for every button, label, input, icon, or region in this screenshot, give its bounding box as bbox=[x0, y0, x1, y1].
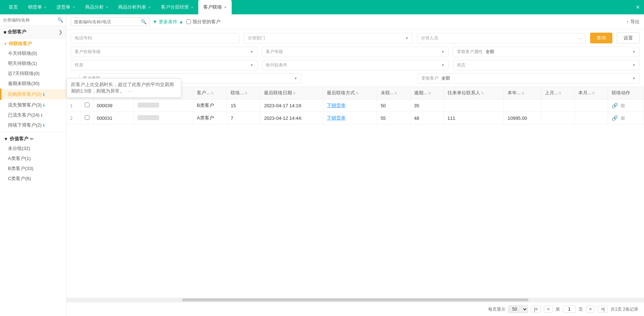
row2-last-method[interactable]: 下销货单 bbox=[323, 112, 377, 124]
sidebar-all-customers[interactable]: ■ 全部客户 ❯ bbox=[0, 26, 66, 38]
status-field[interactable]: 状态 ▼ bbox=[453, 60, 640, 70]
main-search-box[interactable]: 🔍 bbox=[71, 17, 150, 26]
nav-sales-order[interactable]: 销货单 × bbox=[23, 0, 51, 14]
sort-unit-icon[interactable]: ⇅ bbox=[481, 91, 484, 95]
more-conditions-btn[interactable]: ▼ 更多条件 ▲ bbox=[153, 19, 184, 25]
retail-attr-field[interactable]: 零散客户属性 全部 ▼ bbox=[453, 47, 640, 57]
my-customer-check[interactable] bbox=[186, 19, 191, 24]
row2-link-icon[interactable]: 🔗 bbox=[612, 115, 618, 121]
window-close-button[interactable]: × bbox=[636, 4, 640, 11]
next-page-btn[interactable]: > bbox=[586, 306, 595, 313]
my-customer-checkbox[interactable]: 我分管的客户 bbox=[186, 19, 221, 25]
sidebar-item-repurchase-abnormal[interactable]: 回购异常客户(2) ℹ bbox=[1, 89, 66, 99]
row1-unit-contacts bbox=[444, 99, 504, 112]
close-sales-order[interactable]: × bbox=[44, 5, 46, 9]
col-last-contact-method: 最后联络方式⇅ bbox=[323, 87, 377, 99]
sidebar-wrapper: 🔍 ■ 全部客户 ❯ ▼ 待联络客户 今天待联络(0) 明天待联络(1) 近7天… bbox=[0, 14, 66, 316]
person-field[interactable]: 分管人员 ··· bbox=[417, 33, 586, 43]
person-more-icon[interactable]: ··· bbox=[578, 36, 582, 41]
sort-this-month-icon[interactable]: ⇅ bbox=[592, 91, 595, 95]
dept-field[interactable]: 分管部门 ▼ bbox=[244, 33, 413, 43]
query-button[interactable]: 查询 bbox=[590, 33, 612, 43]
row1-last-method[interactable]: 下销货单 bbox=[323, 99, 377, 112]
row1-uncontacted: 50 bbox=[377, 99, 410, 112]
sort-contacts-icon[interactable]: ⇅ bbox=[245, 91, 247, 95]
nav-home[interactable]: 首页 bbox=[4, 0, 23, 14]
sidebar-group-value-customer[interactable]: ▼ 价值客户 ✏ bbox=[0, 133, 66, 143]
sort-year-icon[interactable]: ⇅ bbox=[522, 91, 524, 95]
nav-customer-segmentation[interactable]: 客户分层经营 × bbox=[156, 0, 198, 14]
tooltip-more-icon[interactable]: ··· bbox=[128, 88, 132, 94]
settings-button[interactable]: 设置 bbox=[617, 32, 640, 44]
row2-method-link[interactable]: 下销货单 bbox=[327, 115, 346, 121]
row2-grid-icon[interactable]: ⊞ bbox=[621, 115, 625, 121]
sort-type-icon[interactable]: ⇅ bbox=[211, 91, 214, 95]
main-search-input[interactable] bbox=[74, 19, 141, 24]
sidebar-item-ungrouped[interactable]: 未分组(32) bbox=[0, 143, 66, 154]
close-customer-segmentation[interactable]: × bbox=[191, 5, 193, 9]
horizontal-scrollbar[interactable] bbox=[66, 298, 644, 302]
sidebar-item-c-class[interactable]: C类客户(6) bbox=[0, 174, 66, 184]
sort-uncontacted-icon[interactable]: ⇅ bbox=[394, 91, 397, 95]
row1-checkbox-cell[interactable] bbox=[81, 99, 93, 112]
row1-method-link[interactable]: 下销货单 bbox=[327, 103, 346, 108]
sort-method-icon[interactable]: ⇅ bbox=[356, 91, 358, 95]
export-button[interactable]: ↑ 导出 bbox=[627, 19, 640, 25]
row1-type: B类客户 bbox=[193, 99, 227, 112]
customer-type-dropdown-icon: ▼ bbox=[294, 76, 297, 80]
row2-checkbox[interactable] bbox=[85, 115, 89, 120]
retail-customer-field[interactable]: 零散客户 全部 ▼ bbox=[417, 73, 640, 84]
sidebar-item-overdue[interactable]: 逾期未联络(30) bbox=[0, 79, 66, 89]
page-of-label: 页 bbox=[579, 306, 583, 312]
nav-customer-contact[interactable]: 客户联络 × bbox=[198, 0, 231, 14]
per-page-select[interactable]: 50 100 200 bbox=[508, 305, 528, 313]
close-product-analysis[interactable]: × bbox=[106, 5, 108, 9]
sidebar-search-icon[interactable]: 🔍 bbox=[57, 17, 63, 23]
sidebar-collapse-icon[interactable]: ❯ bbox=[59, 29, 62, 35]
nav-product-analysis[interactable]: 商品分析 × bbox=[80, 0, 113, 14]
sidebar-item-loss-warning[interactable]: 流失预警客户(3) ℹ bbox=[0, 100, 66, 110]
sidebar-group-pending-contact[interactable]: ▼ 待联络客户 bbox=[0, 38, 66, 48]
last-page-btn[interactable]: >| bbox=[598, 306, 608, 313]
sidebar-item-b-class[interactable]: B类客户(33) bbox=[0, 164, 66, 174]
sidebar-item-today[interactable]: 今天待联络(0) bbox=[0, 48, 66, 58]
info-icon[interactable]: ℹ bbox=[43, 92, 45, 96]
sidebar-search-input[interactable] bbox=[3, 18, 57, 23]
row2-checkbox-cell[interactable] bbox=[81, 112, 93, 124]
close-purchase-order[interactable]: × bbox=[73, 5, 75, 9]
payment-term-dropdown-icon: ▼ bbox=[441, 63, 445, 67]
row2-num: 2 bbox=[66, 112, 81, 124]
prev-page-btn[interactable]: < bbox=[544, 306, 553, 313]
row1-grid-icon[interactable]: ⊞ bbox=[621, 103, 625, 108]
sort-overdue-icon[interactable]: ⇅ bbox=[428, 91, 431, 95]
payment-term-field[interactable]: 收付款条件 ▼ bbox=[262, 60, 449, 70]
sidebar-search-box[interactable]: 🔍 bbox=[0, 14, 66, 26]
value-group-arrow: ▼ bbox=[4, 136, 8, 142]
sidebar-item-7days[interactable]: 近7天待联络(0) bbox=[0, 69, 66, 79]
retail-customer-dropdown-icon: ▼ bbox=[632, 76, 636, 80]
sort-date-icon[interactable]: ⇅ bbox=[293, 91, 296, 95]
price-level-field[interactable]: 客户价格等级 ▼ bbox=[71, 47, 258, 57]
gender-dropdown-icon: ▼ bbox=[250, 63, 254, 67]
gender-field[interactable]: 性质 ▼ bbox=[71, 60, 258, 70]
sidebar-item-declining[interactable]: 持续下滑客户(2) ℹ bbox=[0, 120, 66, 130]
sort-last-month-icon[interactable]: ⇅ bbox=[559, 91, 561, 95]
current-page-input[interactable] bbox=[563, 306, 576, 313]
nav-purchase-order[interactable]: 进货单 × bbox=[51, 0, 80, 14]
first-page-btn[interactable]: |< bbox=[531, 306, 541, 313]
col-actions: 联络动作 bbox=[608, 87, 644, 99]
close-customer-contact[interactable]: × bbox=[224, 5, 226, 9]
phone-field[interactable]: 电话号码 bbox=[71, 33, 240, 43]
customer-level-field[interactable]: 客户等级 ▼ bbox=[262, 47, 449, 57]
nav-product-analysis-list[interactable]: 商品分析列表 × bbox=[113, 0, 156, 14]
scroll-thumb[interactable] bbox=[182, 298, 529, 301]
row1-checkbox[interactable] bbox=[85, 103, 89, 107]
sidebar-item-lost[interactable]: 已流失客户(24) ℹ bbox=[0, 110, 66, 120]
sidebar-item-tomorrow[interactable]: 明天待联络(1) bbox=[0, 58, 66, 69]
col-uncontacted: 未联...⇅ bbox=[377, 87, 410, 99]
edit-icon[interactable]: ✏ bbox=[30, 136, 34, 142]
main-search-icon[interactable]: 🔍 bbox=[141, 19, 147, 24]
row1-link-icon[interactable]: 🔗 bbox=[612, 103, 618, 108]
close-product-analysis-list[interactable]: × bbox=[148, 5, 150, 9]
sidebar-item-a-class[interactable]: A类客户(1) bbox=[0, 154, 66, 164]
